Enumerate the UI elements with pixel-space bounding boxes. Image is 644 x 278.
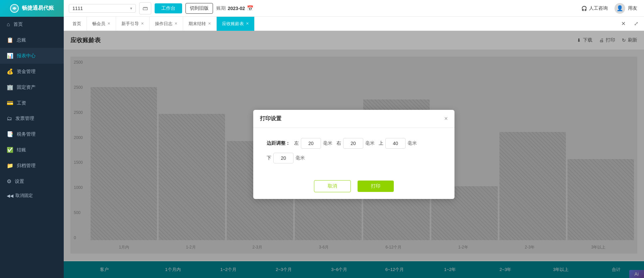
invoice-icon: 🗂 xyxy=(7,116,12,122)
header: 畅捷通易代账 1111 ▾ 🗃 工作台 切到旧版 账期 2023-02 📅 🎧 … xyxy=(0,0,644,17)
margin-left-label: 左 xyxy=(294,140,299,146)
collapse-icon: ◀◀ xyxy=(7,193,13,198)
consult-label: 人工咨询 xyxy=(589,5,608,11)
calendar-icon[interactable]: 📅 xyxy=(247,5,254,11)
sidebar-item-label: 工资 xyxy=(17,100,26,106)
print-settings-modal: 打印设置 × 边距调整： 左 毫米 右 xyxy=(253,110,454,199)
settings-icon: ⚙ xyxy=(7,178,11,185)
modal-title: 打印设置 xyxy=(260,115,281,122)
workbench-button[interactable]: 工作台 xyxy=(155,3,182,13)
logo-text: 畅捷通易代账 xyxy=(22,5,54,12)
logo-icon xyxy=(10,4,19,13)
collapse-label: 取消固定 xyxy=(15,193,33,199)
tab-close-all-button[interactable]: ✕ xyxy=(619,19,628,28)
sidebar-item-label: 归档管理 xyxy=(17,163,36,169)
switch-version-button[interactable]: 切到旧版 xyxy=(185,3,213,14)
archive-icon: 🗃 xyxy=(143,5,148,11)
margin-right-input[interactable] xyxy=(343,138,363,149)
sidebar-item-ledger[interactable]: 📋 总账 xyxy=(0,32,64,48)
consult-button[interactable]: 🎧 人工咨询 xyxy=(581,5,608,11)
funds-icon: 💰 xyxy=(7,68,13,75)
sidebar-item-assets[interactable]: 🏢 固定资产 xyxy=(0,79,64,95)
sidebar-item-funds[interactable]: 💰 资金管理 xyxy=(0,64,64,79)
sidebar-item-label: 固定资产 xyxy=(17,84,36,90)
sidebar-item-home[interactable]: ⌂ 首页 xyxy=(0,17,64,32)
reports-icon: 📊 xyxy=(7,53,13,59)
margin-right-unit: 毫米 xyxy=(365,140,375,146)
sidebar-item-tax[interactable]: 📑 税务管理 xyxy=(0,126,64,142)
period-area: 账期 2023-02 📅 xyxy=(216,5,254,11)
margin-bottom-unit: 毫米 xyxy=(296,155,305,161)
margin-bottom-group: 下 毫米 xyxy=(267,153,305,163)
avatar: 👤 xyxy=(614,3,625,14)
header-middle: 1111 ▾ 🗃 工作台 切到旧版 账期 2023-02 📅 xyxy=(64,2,581,14)
margin-top-label: 上 xyxy=(379,140,383,146)
company-selector[interactable]: 1111 ▾ xyxy=(69,4,136,13)
tab-ar-aging-label: 应收账龄表 xyxy=(222,21,244,27)
sidebar-item-label: 发票管理 xyxy=(15,116,34,122)
tax-icon: 📑 xyxy=(7,131,13,137)
assets-icon: 🏢 xyxy=(7,84,13,90)
tab-member[interactable]: 畅会员 ✕ xyxy=(87,17,116,31)
tab-oplog-label: 操作日志 xyxy=(155,21,172,27)
margin-top-unit: 毫米 xyxy=(408,140,417,146)
tab-guide-label: 新手引导 xyxy=(121,21,139,27)
modal-footer: 取消 打印 xyxy=(253,173,454,199)
margin-row: 边距调整： 左 毫米 右 毫米 xyxy=(267,138,441,163)
sidebar-item-label: 报表中心 xyxy=(17,53,36,59)
margin-right-label: 右 xyxy=(336,140,341,146)
tab-guide[interactable]: 新手引导 ✕ xyxy=(116,17,150,31)
archive-button[interactable]: 🗃 xyxy=(139,2,151,14)
sidebar-item-label: 首页 xyxy=(13,21,23,27)
sidebar-item-invoice[interactable]: 🗂 发票管理 xyxy=(0,111,64,126)
modal-body: 边距调整： 左 毫米 右 毫米 xyxy=(253,128,454,173)
tab-member-close[interactable]: ✕ xyxy=(107,21,110,26)
dropdown-icon: ▾ xyxy=(130,6,132,11)
sidebar: ⌂ 首页 📋 总账 📊 报表中心 💰 资金管理 🏢 固定资产 💳 工资 🗂 发票… xyxy=(0,17,64,278)
tab-guide-close[interactable]: ✕ xyxy=(141,21,144,26)
sidebar-item-archive[interactable]: 📁 归档管理 xyxy=(0,158,64,173)
margin-bottom-label: 下 xyxy=(267,155,271,161)
tab-period-end-label: 期末结转 xyxy=(189,21,206,27)
sidebar-item-label: 结账 xyxy=(17,147,26,153)
margin-bottom-input[interactable] xyxy=(273,153,293,163)
tab-period-end-close[interactable]: ✕ xyxy=(208,21,211,26)
sidebar-item-reports[interactable]: 📊 报表中心 xyxy=(0,48,64,64)
period-value: 2023-02 xyxy=(228,6,245,11)
payroll-icon: 💳 xyxy=(7,100,13,106)
tabs-actions: ✕ ⤢ xyxy=(619,19,641,28)
tab-home[interactable]: 首页 xyxy=(67,17,87,31)
tab-period-end[interactable]: 期末结转 ✕ xyxy=(183,17,217,31)
sidebar-item-label: 总账 xyxy=(17,37,26,43)
modal-close-button[interactable]: × xyxy=(444,115,448,122)
modal-header: 打印设置 × xyxy=(253,110,454,128)
sidebar-collapse-button[interactable]: ◀◀ 取消固定 xyxy=(0,189,64,202)
period-label: 账期 xyxy=(216,5,226,11)
logo: 畅捷通易代账 xyxy=(0,0,64,17)
sidebar-item-label: 资金管理 xyxy=(17,69,36,75)
margin-top-group: 上 毫米 xyxy=(379,138,417,149)
sidebar-item-payroll[interactable]: 💳 工资 xyxy=(0,95,64,111)
margin-top-input[interactable] xyxy=(385,138,406,149)
main-layout: ⌂ 首页 📋 总账 📊 报表中心 💰 资金管理 🏢 固定资产 💳 工资 🗂 发票… xyxy=(0,17,644,278)
user-area[interactable]: 👤 用友 xyxy=(614,3,637,14)
tab-ar-aging-close[interactable]: ✕ xyxy=(246,21,249,26)
tab-ar-aging[interactable]: 应收账龄表 ✕ xyxy=(217,17,255,31)
header-right: 🎧 人工咨询 👤 用友 xyxy=(581,3,644,14)
tab-maximize-button[interactable]: ⤢ xyxy=(631,19,641,28)
sidebar-item-settings[interactable]: ⚙ 设置 xyxy=(0,173,64,189)
tab-oplog[interactable]: 操作日志 ✕ xyxy=(150,17,183,31)
margin-left-input[interactable] xyxy=(301,138,321,149)
company-name: 1111 xyxy=(72,6,127,11)
tab-member-label: 畅会员 xyxy=(92,21,105,27)
confirm-print-button[interactable]: 打印 xyxy=(358,181,394,192)
tab-oplog-close[interactable]: ✕ xyxy=(174,21,177,26)
page-content: 应收账龄表 ⬇ 下载 🖨 打印 ↻ 刷新 xyxy=(64,31,644,278)
checkout-icon: ✅ xyxy=(7,147,13,153)
content-area: 首页 畅会员 ✕ 新手引导 ✕ 操作日志 ✕ 期末结转 ✕ 应收账龄表 ✕ xyxy=(64,17,644,278)
tabs-bar: 首页 畅会员 ✕ 新手引导 ✕ 操作日志 ✕ 期末结转 ✕ 应收账龄表 ✕ xyxy=(64,17,644,31)
cancel-button[interactable]: 取消 xyxy=(314,180,351,192)
tab-home-label: 首页 xyxy=(72,21,81,27)
user-name: 用友 xyxy=(628,5,637,11)
sidebar-item-checkout[interactable]: ✅ 结账 xyxy=(0,142,64,158)
